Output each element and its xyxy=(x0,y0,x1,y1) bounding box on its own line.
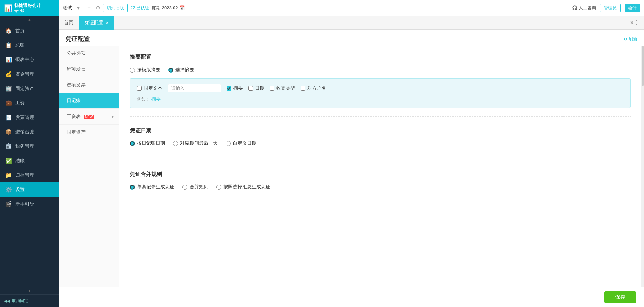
salary-icon: 💼 xyxy=(5,100,12,106)
fixed-text-input[interactable] xyxy=(168,84,221,92)
sidebar-item-purchase-sales[interactable]: 📦 进销台账 xyxy=(0,125,59,139)
page-title: 凭证配置 xyxy=(65,35,90,43)
manager-button[interactable]: 管理员 xyxy=(600,4,621,12)
sidebar-item-archive[interactable]: 📁 归档管理 xyxy=(0,168,59,182)
radio-merge-rules[interactable]: 合并规则 xyxy=(182,184,208,190)
radio-summary-input[interactable] xyxy=(216,185,221,190)
consult-button[interactable]: 🎧 人工咨询 xyxy=(572,5,596,11)
checkbox-income-type[interactable]: 收支类型 xyxy=(270,85,295,91)
tab-close-button[interactable]: × xyxy=(106,20,108,25)
tab-home[interactable]: 首页 xyxy=(59,16,79,30)
cancel-fixed-button[interactable]: ◀◀ 取消固定 xyxy=(0,294,59,307)
abstract-example: 例如： 摘要 xyxy=(137,96,624,102)
shield-icon: 🛡 xyxy=(130,5,135,10)
left-nav-sales-invoice[interactable]: 销项发票 xyxy=(59,61,119,77)
checkbox-abstract-input[interactable] xyxy=(227,86,231,91)
sidebar-item-guide[interactable]: 🎬 新手引导 xyxy=(0,197,59,211)
radio-select-abstract[interactable]: 选择摘要 xyxy=(168,67,194,73)
save-button[interactable]: 保存 xyxy=(604,291,636,303)
abstract-radio-group: 按模版摘要 选择摘要 xyxy=(130,67,631,73)
expand-icon[interactable]: ⛶ xyxy=(636,20,641,26)
calendar-icon[interactable]: 📅 xyxy=(179,5,185,10)
radio-custom-date-input[interactable] xyxy=(226,141,231,146)
invoice-icon: 🧾 xyxy=(5,114,12,121)
left-nav: 公共选项 销项发票 进项发票 日记账 工资表 NEW ▼ xyxy=(59,46,119,287)
sidebar-item-home[interactable]: 🏠 首页 xyxy=(0,24,59,38)
radio-single-input[interactable] xyxy=(130,185,135,190)
archive-icon: 📁 xyxy=(5,172,12,178)
add-icon[interactable]: ＋ xyxy=(86,4,92,11)
radio-single-record[interactable]: 单条记录生成凭证 xyxy=(130,184,174,190)
close-window-icon[interactable]: ✕ xyxy=(630,19,634,26)
radio-journal-date[interactable]: 按日记账日期 xyxy=(130,140,165,146)
sidebar-item-settings[interactable]: ⚙️ 设置 xyxy=(0,182,59,197)
radio-period-last[interactable]: 对应期间最后一天 xyxy=(173,140,218,146)
left-nav-journal[interactable]: 日记账 xyxy=(59,93,119,109)
radio-summary-generate[interactable]: 按照选择汇总生成凭证 xyxy=(216,184,270,190)
sidebar-item-tax[interactable]: 🏛️ 税务管理 xyxy=(0,139,59,154)
right-scrollbar[interactable] xyxy=(641,46,644,287)
accountant-button[interactable]: 会计 xyxy=(625,4,640,12)
right-scrollbar-thumb[interactable] xyxy=(642,46,644,86)
sidebar-item-funds[interactable]: 💰 资金管理 xyxy=(0,67,59,81)
workspace-name: 测试 xyxy=(63,5,72,11)
assets-icon: 🏢 xyxy=(5,85,12,92)
radio-period-last-input[interactable] xyxy=(173,141,178,146)
abstract-config-box: 固定文本 摘要 日期 xyxy=(130,78,631,108)
radio-select-input[interactable] xyxy=(168,68,173,73)
sidebar-scroll-up[interactable]: ▲ xyxy=(0,16,59,24)
radio-template-input[interactable] xyxy=(130,68,135,73)
sidebar: ▲ 🏠 首页 📋 总账 📊 报表中心 💰 资金管理 🏢 固定资产 xyxy=(0,16,59,307)
checkbox-counterpart-input[interactable] xyxy=(301,86,305,91)
left-nav-fixed-assets[interactable]: 固定资产 xyxy=(59,125,119,140)
headset-icon: 🎧 xyxy=(572,5,577,10)
abstract-config-row: 固定文本 摘要 日期 xyxy=(137,84,624,92)
sidebar-item-salary[interactable]: 💼 工资 xyxy=(0,96,59,110)
sidebar-scroll: 🏠 首页 📋 总账 📊 报表中心 💰 资金管理 🏢 固定资产 💼 工资 xyxy=(0,24,59,287)
radio-template-abstract[interactable]: 按模版摘要 xyxy=(130,67,160,73)
left-nav-purchase-invoice[interactable]: 进项发票 xyxy=(59,77,119,93)
sidebar-item-assets[interactable]: 🏢 固定资产 xyxy=(0,81,59,96)
new-badge: NEW xyxy=(84,115,94,119)
radio-journal-date-input[interactable] xyxy=(130,141,135,146)
checkbox-fixed-text-input[interactable] xyxy=(137,86,142,91)
tab-voucher-config[interactable]: 凭证配置 × xyxy=(79,16,114,30)
home-icon: 🏠 xyxy=(5,28,12,34)
workspace-dropdown-icon[interactable]: ▼ xyxy=(76,5,81,11)
closing-icon: ✅ xyxy=(5,158,12,164)
right-panel: 摘要配置 按模版摘要 选择摘要 xyxy=(119,46,641,287)
radio-merge-input[interactable] xyxy=(182,185,187,190)
checkbox-income-type-input[interactable] xyxy=(270,86,274,91)
sidebar-item-closing[interactable]: ✅ 结账 xyxy=(0,154,59,168)
checkbox-fixed-text[interactable]: 固定文本 xyxy=(137,85,162,91)
left-nav-salary-table[interactable]: 工资表 NEW ▼ xyxy=(59,109,119,125)
right-area: 摘要配置 按模版摘要 选择摘要 xyxy=(119,46,644,287)
page-content: 凭证配置 ↻ 刷新 公共选项 销项发票 进项发票 xyxy=(59,30,644,287)
checkbox-date-input[interactable] xyxy=(248,86,253,91)
radio-custom-date[interactable]: 自定义日期 xyxy=(226,140,256,146)
tax-icon: 🏛️ xyxy=(5,143,12,149)
refresh-icon: ↻ xyxy=(624,37,627,42)
sidebar-item-invoice[interactable]: 🧾 发票管理 xyxy=(0,110,59,125)
sidebar-scroll-down[interactable]: ▼ xyxy=(0,287,59,294)
logo-icon: 📊 xyxy=(4,4,12,12)
checkbox-counterpart[interactable]: 对方户名 xyxy=(301,85,326,91)
header-right: 🎧 人工咨询 管理员 会计 xyxy=(572,4,640,12)
sidebar-item-reports[interactable]: 📊 报表中心 xyxy=(0,52,59,67)
sidebar-item-ledger[interactable]: 📋 总账 xyxy=(0,38,59,52)
settings-icon[interactable]: ⚙ xyxy=(96,5,100,11)
checkbox-date[interactable]: 日期 xyxy=(248,85,264,91)
settings-nav-icon: ⚙️ xyxy=(5,186,12,193)
main-layout: ▲ 🏠 首页 📋 总账 📊 报表中心 💰 资金管理 🏢 固定资产 xyxy=(0,16,644,307)
date-config-section: 凭证日期 按日记账日期 对应期间最后一天 xyxy=(130,127,631,160)
refresh-button[interactable]: ↻ 刷新 xyxy=(624,36,637,42)
old-version-button[interactable]: 切到旧版 xyxy=(103,4,128,12)
abstract-config-section: 摘要配置 按模版摘要 选择摘要 xyxy=(130,54,631,117)
date-section-title: 凭证日期 xyxy=(130,127,631,134)
content-area: 首页 凭证配置 × ✕ ⛶ 凭证配置 ↻ 刷新 xyxy=(59,16,644,307)
left-nav-public[interactable]: 公共选项 xyxy=(59,46,119,61)
ledger-icon: 📋 xyxy=(5,42,12,48)
checkbox-abstract[interactable]: 摘要 xyxy=(227,85,243,91)
merge-section-title: 凭证合并规则 xyxy=(130,171,631,178)
verified-badge: 🛡 已认证 xyxy=(130,5,149,11)
